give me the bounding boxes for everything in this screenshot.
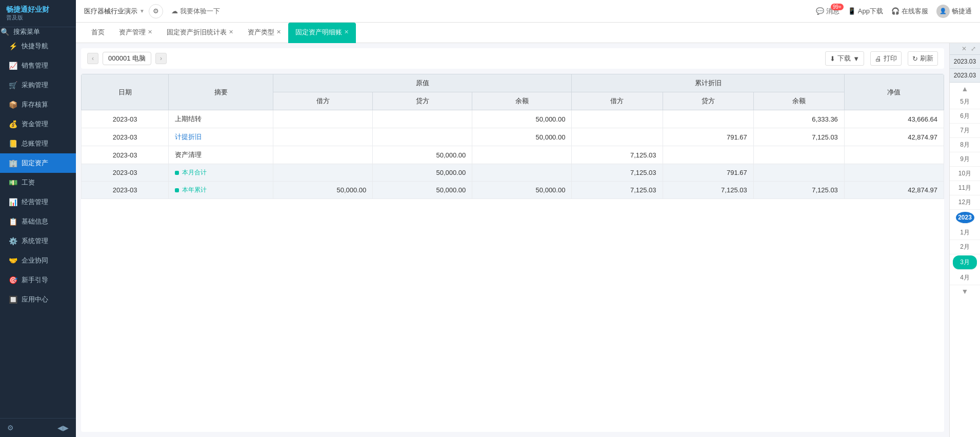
timeline-panel: ✕ ⤢ 2023.03 2023.03 ▲ 5月 6月 7月 8月 9月 10月…: [949, 43, 980, 437]
row4-orig-balance: [472, 164, 572, 182]
row2-acc-credit: 791.67: [663, 128, 753, 146]
refresh-icon: ↻: [912, 55, 918, 63]
row3-net-value: [844, 146, 944, 164]
sidebar-item-purchase[interactable]: 🛒 采购管理: [0, 75, 76, 95]
tab-asset-type-close[interactable]: ✕: [276, 29, 281, 35]
col-orig-credit: 贷方: [373, 92, 472, 110]
sidebar-item-enterprise[interactable]: 🤝 企业协同: [0, 251, 76, 270]
tab-asset-detail[interactable]: 固定资产明细账 ✕: [288, 23, 356, 43]
sidebar-footer: ⚙ ◀▶: [0, 418, 76, 437]
row5-net-value: 42,874.97: [844, 182, 944, 199]
timeline-year-2023[interactable]: 2023: [956, 212, 974, 224]
online-service-button[interactable]: 🎧 在线客服: [891, 7, 928, 16]
tab-depreciation-stat-close[interactable]: ✕: [229, 29, 233, 35]
tab-asset-detail-close[interactable]: ✕: [344, 29, 349, 35]
tab-asset-manage[interactable]: 资产管理 ✕: [112, 23, 159, 43]
message-button[interactable]: 💬 消息 99+: [816, 7, 839, 16]
topbar-settings-button[interactable]: ⚙: [149, 4, 163, 18]
timeline-month-5[interactable]: 5月: [950, 95, 980, 109]
col-summary: 摘要: [169, 74, 273, 110]
sidebar-item-app-center[interactable]: 🔲 应用中心: [0, 290, 76, 309]
row2-acc-debit: [572, 128, 663, 146]
timeline-month-4[interactable]: 4月: [950, 271, 980, 285]
timeline-month-11[interactable]: 11月: [950, 181, 980, 195]
sidebar-item-business[interactable]: 📊 经营管理: [0, 192, 76, 212]
experience-button[interactable]: ☁ 我要体验一下: [167, 5, 224, 18]
table-row: 2023-03 资产清理 50,000.00 7,125.03: [82, 146, 944, 164]
row1-acc-credit: [663, 110, 753, 128]
next-asset-button[interactable]: ›: [155, 53, 167, 64]
row2-orig-debit: [273, 128, 373, 146]
tab-home[interactable]: 首页: [84, 23, 112, 43]
close-panel-icon[interactable]: ✕: [962, 45, 967, 52]
row5-acc-debit: 7,125.03: [572, 182, 663, 199]
timeline-month-7[interactable]: 7月: [950, 124, 980, 138]
sidebar-item-guide[interactable]: 🎯 新手引导: [0, 270, 76, 290]
timeline-month-1[interactable]: 1月: [950, 226, 980, 240]
tab-asset-manage-close[interactable]: ✕: [148, 29, 152, 35]
prev-asset-button[interactable]: ‹: [87, 53, 98, 64]
timeline-up-icon[interactable]: ▲: [962, 85, 969, 93]
timeline-month-9[interactable]: 9月: [950, 152, 980, 167]
purchase-icon: 🛒: [8, 81, 17, 89]
row1-orig-balance: 50,000.00: [472, 110, 572, 128]
row3-summary: 资产清理: [169, 146, 273, 164]
row1-acc-balance: 6,333.36: [753, 110, 844, 128]
timeline-month-2[interactable]: 2月: [950, 240, 980, 254]
enterprise-icon: 🤝: [8, 256, 17, 265]
avatar: 👤: [936, 5, 950, 18]
payroll-icon: 💵: [8, 178, 17, 187]
row1-acc-debit: [572, 110, 663, 128]
tab-depreciation-stat[interactable]: 固定资产折旧统计表 ✕: [159, 23, 241, 43]
user-profile[interactable]: 👤 畅捷通: [936, 5, 972, 18]
tab-asset-type[interactable]: 资产类型 ✕: [241, 23, 288, 43]
company-selector[interactable]: 医疗器械行业演示 ▼: [84, 7, 145, 16]
sidebar-item-quick-nav[interactable]: ⚡ 快捷导航: [0, 36, 76, 56]
download-icon: 📱: [848, 7, 856, 15]
timeline-month-6[interactable]: 6月: [950, 109, 980, 124]
timeline-month-12[interactable]: 12月: [950, 195, 980, 210]
row2-orig-credit: [373, 128, 472, 146]
sidebar-item-system[interactable]: ⚙️ 系统管理: [0, 231, 76, 251]
tab-depreciation-stat-label: 固定资产折旧统计表: [167, 28, 227, 37]
row5-orig-balance: 50,000.00: [472, 182, 572, 199]
row4-acc-balance: [753, 164, 844, 182]
timeline-month-10[interactable]: 10月: [950, 167, 980, 181]
app-download-button[interactable]: 📱 App下载: [848, 7, 883, 16]
sidebar-item-payroll[interactable]: 💵 工资: [0, 173, 76, 192]
collapse-sidebar-icon[interactable]: ◀▶: [57, 424, 69, 432]
refresh-button[interactable]: ↻ 刷新: [908, 51, 938, 66]
topbar-right: 💬 消息 99+ 📱 App下载 🎧 在线客服 👤 畅捷通: [816, 5, 972, 18]
sidebar-item-label: 经营管理: [22, 197, 48, 207]
sidebar-item-fixed-assets[interactable]: 🏢 固定资产: [0, 153, 76, 173]
row5-acc-credit: 7,125.03: [663, 182, 753, 199]
download-button[interactable]: ⬇ 下载 ▼: [825, 51, 864, 66]
sidebar-item-ledger[interactable]: 📒 总账管理: [0, 134, 76, 153]
sidebar-item-label: 新手引导: [22, 275, 48, 285]
guide-icon: 🎯: [8, 276, 17, 284]
col-orig-balance: 余额: [472, 92, 572, 110]
settings-footer-icon[interactable]: ⚙: [7, 424, 14, 432]
print-button[interactable]: 🖨 打印: [870, 51, 902, 66]
message-badge: 99+: [831, 4, 844, 10]
timeline-date-header1: 2023.03: [950, 55, 980, 69]
timeline-down-icon[interactable]: ▼: [962, 287, 969, 295]
timeline-month-3-active[interactable]: 3月: [953, 255, 977, 270]
sidebar-item-finance[interactable]: 💰 资金管理: [0, 114, 76, 134]
online-service-label: 在线客服: [902, 7, 928, 16]
sidebar-item-inventory[interactable]: 📦 库存核算: [0, 95, 76, 114]
timeline-month-8[interactable]: 8月: [950, 138, 980, 152]
row1-orig-credit: [373, 110, 472, 128]
asset-nav-right: ⬇ 下载 ▼ 🖨 打印 ↻ 刷新: [825, 51, 938, 66]
sidebar-item-base-info[interactable]: 📋 基础信息: [0, 212, 76, 231]
col-acc-debit: 借方: [572, 92, 663, 110]
main-area: 医疗器械行业演示 ▼ ⚙ ☁ 我要体验一下 💬 消息 99+ 📱 App下载: [76, 0, 980, 437]
timeline-panel-header: ✕ ⤢: [950, 43, 980, 55]
username: 畅捷通: [952, 7, 972, 16]
base-info-icon: 📋: [8, 217, 17, 226]
sidebar-item-search[interactable]: 🔍 搜索菜单: [0, 27, 76, 36]
expand-panel-icon[interactable]: ⤢: [971, 45, 976, 52]
sidebar-item-label: 采购管理: [22, 81, 48, 90]
table-row: 2023-03 上期结转 50,000.00 6,333.36 43,666.6…: [82, 110, 944, 128]
sidebar-item-sales[interactable]: 📈 销售管理: [0, 56, 76, 75]
